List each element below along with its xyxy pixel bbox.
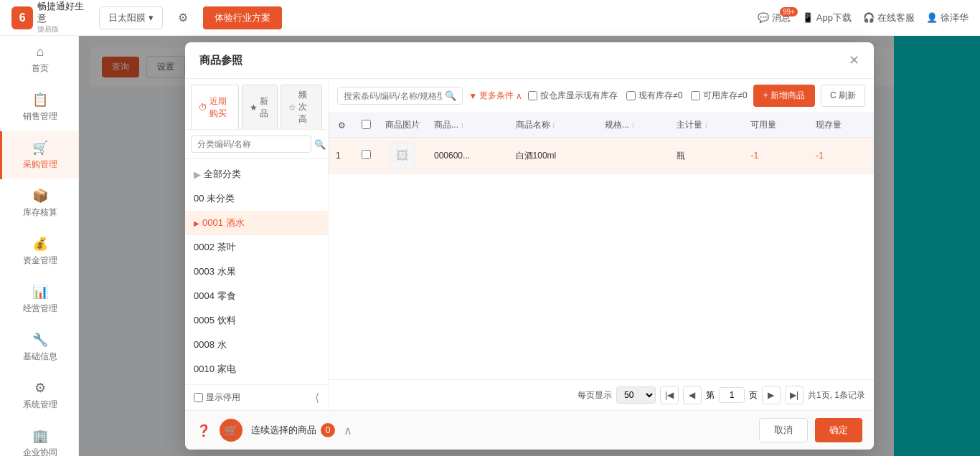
footer-collapse-btn[interactable]: ∧ [344,424,352,437]
modal-header: 商品参照 ✕ [185,42,874,79]
availablestock-label: 可用库存≠0 [703,90,747,102]
app-download-btn[interactable]: 📱 App下载 [802,11,852,24]
refresh-btn[interactable]: C 刷新 [821,85,865,107]
row-name: 白酒100ml [509,138,598,174]
col-code-header[interactable]: 商品... [427,113,509,138]
sidebar-item-operation[interactable]: 📊 经营管理 [0,275,78,323]
operation-icon: 📊 [32,284,48,300]
col-img-header: 商品图片 [378,113,427,138]
cat-item-0002-label: 0002 茶叶 [194,241,236,254]
cat-item-0003[interactable]: 0003 水果 [185,260,328,284]
modal-title: 商品参照 [199,54,242,67]
sidebar-item-home[interactable]: ⌂ 首页 [0,36,78,83]
table-row[interactable]: 1 🖼 000600... 白酒100ml [329,138,874,174]
sidebar-item-system[interactable]: ⚙ 系统管理 [0,371,78,419]
last-page-btn[interactable]: ▶| [785,386,804,404]
cat-item-all[interactable]: ▶ 全部分类 [185,162,328,186]
col-unit-header[interactable]: 主计量 [669,113,743,138]
next-page-btn[interactable]: ▶ [762,386,781,404]
phone-icon: 📱 [802,12,814,23]
first-page-btn[interactable]: |◀ [660,386,679,404]
product-search-box: 🔍 [337,87,463,105]
product-search-input[interactable] [344,91,442,101]
availablestock-checkbox[interactable] [691,91,700,100]
sidebar-label-purchase: 采购管理 [23,158,57,171]
cat-item-0004[interactable]: 0004 零食 [185,284,328,308]
show-disabled-label[interactable]: 显示停用 [194,391,240,404]
sidebar-item-base[interactable]: 🔧 基础信息 [0,323,78,371]
checkbox-currentstock[interactable]: 现有库存≠0 [626,90,682,102]
page-input[interactable] [719,387,745,403]
col-check-header[interactable] [354,113,378,138]
nav-dropdown[interactable]: 日太阳膜 ▾ [99,6,163,29]
row-checkbox[interactable] [362,150,371,159]
filter-btn[interactable]: ▼ 更多条件 ∧ [468,90,522,102]
user-btn[interactable]: 👤 徐泽华 [926,11,969,24]
prev-page-btn[interactable]: ◀ [683,386,702,404]
warestock-checkbox[interactable] [528,91,537,100]
message-btn[interactable]: 💬 消息 99+ [758,11,791,24]
headset-icon: 🎧 [863,12,875,23]
avatar-icon: 👤 [926,12,938,23]
finance-icon: 💰 [32,236,48,252]
try-btn[interactable]: 体验行业方案 [203,6,282,29]
per-page-label: 每页显示 [578,389,612,402]
search-icon: 🔍 [314,139,326,150]
col-available-header: 可用量 [743,113,809,138]
cat-tab-new[interactable]: ★ 新品 [242,85,277,129]
show-disabled-checkbox[interactable] [194,393,203,402]
sidebar-label-sales: 销售管理 [23,110,57,123]
cat-tab-recent[interactable]: ⏱ 近期购买 [191,85,239,129]
per-page-select[interactable]: 50 10 20 100 [616,386,656,404]
sidebar-label-inventory: 库存核算 [23,206,57,219]
cat-item-0001[interactable]: ▶ 0001 酒水 [185,211,328,235]
cat-item-00[interactable]: 00 未分类 [185,186,328,211]
filter-icon: ▼ [468,91,477,101]
layout: ⌂ 首页 📋 销售管理 🛒 采购管理 📦 库存核算 💰 资金管理 📊 经营管理 … [0,36,980,456]
checkbox-warestock[interactable]: 按仓库显示现有库存 [528,90,618,102]
sidebar-item-company[interactable]: 🏢 企业协同 [0,419,78,456]
nav-dropdown-label: 日太阳膜 [108,11,146,24]
cart-btn[interactable]: 🛒 [220,419,242,442]
clock-icon: ⏱ [199,103,207,113]
help-icon[interactable]: ❓ [197,424,211,437]
sidebar-label-home: 首页 [32,62,49,75]
show-disabled-text: 显示停用 [206,391,240,404]
online-service-btn[interactable]: 🎧 在线客服 [863,11,915,24]
search-icon: 🔍 [445,90,456,101]
select-all-checkbox[interactable] [362,120,371,129]
sidebar-item-finance[interactable]: 💰 资金管理 [0,227,78,275]
col-spec-header[interactable]: 规格... [598,113,669,138]
category-search-input[interactable] [191,136,311,153]
confirm-btn[interactable]: 确定 [815,418,862,442]
row-num: 1 [329,138,354,174]
modal: 商品参照 ✕ ⏱ 近期购买 ★ 新品 [185,42,874,450]
settings-icon-btn[interactable]: ⚙ [171,6,194,29]
row-stock: -1 [809,138,874,174]
row-check[interactable] [354,138,378,174]
sidebar-item-inventory[interactable]: 📦 库存核算 [0,179,78,227]
col-settings-header[interactable]: ⚙ [329,113,354,138]
cat-tab-new-label: 新品 [260,95,269,120]
top-nav: 6 畅捷通好生意 捷易版 日太阳膜 ▾ ⚙ 体验行业方案 💬 消息 99+ 📱 … [0,0,980,36]
panel-collapse-btn[interactable]: ⟨ [315,391,319,404]
cat-item-0002[interactable]: 0002 茶叶 [185,235,328,260]
sidebar-item-sales[interactable]: 📋 销售管理 [0,83,78,131]
page-label: 第 [706,389,715,402]
cat-item-0010[interactable]: 0010 家电 [185,357,328,381]
cancel-btn[interactable]: 取消 [759,418,808,442]
cat-item-0008[interactable]: 0008 水 [185,333,328,357]
add-product-btn[interactable]: + 新增商品 [753,85,815,107]
count-badge: 0 [321,423,335,437]
cat-item-0005[interactable]: 0005 饮料 [185,308,328,333]
company-icon: 🏢 [32,428,48,444]
sidebar-label-operation: 经营管理 [23,303,57,315]
currentstock-checkbox[interactable] [626,91,636,100]
currentstock-label: 现有库存≠0 [639,90,682,102]
col-name-header[interactable]: 商品名称 [509,113,598,138]
checkbox-availablestock[interactable]: 可用库存≠0 [691,90,747,102]
modal-close-btn[interactable]: ✕ [849,52,859,68]
sidebar-item-purchase[interactable]: 🛒 采购管理 [0,131,78,179]
cat-tab-frequent[interactable]: ☆ 频次高 [281,85,322,129]
footer-actions: 取消 确定 [759,418,862,442]
